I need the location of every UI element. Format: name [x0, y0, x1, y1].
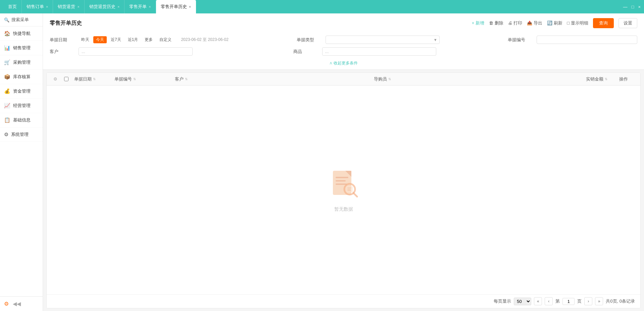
setting-button[interactable]: 设置	[618, 18, 637, 28]
tab-retail-open-history-close[interactable]: ×	[189, 5, 191, 9]
tab-sales-return[interactable]: 销货退货 ×	[53, 0, 84, 13]
money-icon: 💰	[4, 88, 10, 94]
tab-retail-open-label: 零售开单	[129, 4, 147, 10]
tab-retail-open[interactable]: 零售开单 ×	[125, 0, 156, 13]
per-page-select[interactable]: 50 10 20 100	[514, 298, 531, 305]
th-guide-label: 导购员	[374, 76, 387, 82]
empty-state: 暂无数据	[47, 86, 640, 294]
table-select-all-checkbox[interactable]	[61, 77, 71, 81]
sidebar-item-operations[interactable]: 📈 经营管理	[0, 99, 43, 113]
th-guide[interactable]: 导购员 ⇅	[371, 76, 411, 82]
window-maximize[interactable]: □	[632, 4, 634, 9]
th-action: 操作	[610, 76, 637, 82]
per-page-label: 每页显示	[494, 298, 511, 304]
sidebar-item-system[interactable]: ⚙ 系统管理	[0, 127, 43, 142]
tab-sales-return-history[interactable]: 销货退货历史 ×	[85, 0, 125, 13]
new-button[interactable]: + 新增	[472, 20, 484, 26]
select-all-input[interactable]	[64, 77, 68, 81]
prev-page-btn[interactable]: ‹	[545, 297, 553, 305]
first-page-btn[interactable]: «	[534, 297, 542, 305]
sidebar-search[interactable]: 🔍 搜索采单	[0, 13, 43, 27]
filter-row-customer: 客户 ... 商品 ...	[50, 47, 637, 56]
last-page-btn[interactable]: »	[595, 297, 603, 305]
main-layout: 🔍 搜索采单 🏠 快捷导航 📊 销售管理 🛒 采购管理 📦 库存核算 💰 资金管…	[0, 13, 644, 311]
tab-sales-order[interactable]: 销售订单 ×	[22, 0, 53, 13]
print-button[interactable]: 🖨 打印	[508, 20, 523, 26]
empty-illustration	[327, 167, 360, 201]
next-page-btn[interactable]: ›	[584, 297, 592, 305]
tab-home-label: 首页	[8, 4, 17, 10]
delete-button[interactable]: 🗑 删除	[489, 20, 503, 26]
tab-retail-open-close[interactable]: ×	[149, 5, 151, 9]
page-title-row: 零售开单历史 + 新增 🗑 删除 🖨 打印 📤 导出 🔄 刷新 □ 显示明细 查…	[50, 18, 637, 28]
customer-placeholder: ...	[82, 49, 85, 54]
sidebar-item-basic-info[interactable]: 📋 基础信息	[0, 113, 43, 127]
sidebar-collapse-icon[interactable]: ◀◀	[13, 301, 21, 307]
sidebar-item-sales-mgmt[interactable]: 📊 销售管理	[0, 41, 43, 55]
th-customer[interactable]: 客户 ⇅	[172, 76, 371, 82]
sidebar: 🔍 搜索采单 🏠 快捷导航 📊 销售管理 🛒 采购管理 📦 库存核算 💰 资金管…	[0, 13, 43, 311]
date-btn-yesterday[interactable]: 昨天	[79, 36, 92, 43]
sidebar-item-quick-nav[interactable]: 🏠 快捷导航	[0, 27, 43, 41]
th-customer-label: 客户	[175, 76, 184, 82]
page-number-input[interactable]	[562, 298, 575, 305]
doc-no-input[interactable]	[537, 36, 637, 44]
th-docno[interactable]: 单据编号 ⇅	[112, 76, 172, 82]
sidebar-item-inventory[interactable]: 📦 库存核算	[0, 70, 43, 84]
tab-sales-return-history-label: 销货退货历史	[89, 4, 115, 10]
cart-icon: 🛒	[4, 59, 10, 65]
tab-sales-return-history-close[interactable]: ×	[117, 5, 119, 9]
box-icon: 📦	[4, 74, 10, 80]
window-close[interactable]: ×	[638, 4, 641, 9]
collapse-filter-btn[interactable]: ∧ 收起更多条件	[50, 59, 637, 69]
window-minimize[interactable]: —	[623, 4, 628, 9]
sidebar-item-purchase-mgmt[interactable]: 🛒 采购管理	[0, 55, 43, 70]
date-filter-label: 单据日期	[50, 37, 73, 43]
collapse-filter-label: ∧ 收起更多条件	[329, 60, 358, 66]
gear-icon: ⚙	[4, 132, 8, 138]
date-btn-7days[interactable]: 近7天	[108, 36, 124, 43]
export-button[interactable]: 📤 导出	[527, 20, 542, 26]
sidebar-item-finance[interactable]: 💰 资金管理	[0, 84, 43, 99]
th-date-label: 单据日期	[74, 76, 92, 82]
filter-row-date: 单据日期 昨天 今天 近7天 近1月 更多 自定义 2023-06-02 至 2…	[50, 36, 637, 44]
tab-home[interactable]: 首页	[3, 0, 22, 13]
table-settings-icon[interactable]: ⚙	[50, 76, 61, 82]
th-action-label: 操作	[619, 76, 628, 82]
svg-rect-10	[347, 190, 351, 191]
date-range-display: 2023-06-02 至 2023-06-02	[181, 37, 228, 43]
search-icon: 🔍	[4, 17, 9, 22]
page-title: 零售开单历史	[50, 20, 82, 27]
goods-select[interactable]: ...	[322, 47, 436, 56]
tab-retail-open-history[interactable]: 零售开单历史 ×	[156, 0, 196, 13]
sidebar-item-inventory-label: 库存核算	[13, 74, 31, 80]
display-button[interactable]: □ 显示明细	[567, 20, 588, 26]
toolbar: + 新增 🗑 删除 🖨 打印 📤 导出 🔄 刷新 □ 显示明细 查询 设置	[472, 18, 637, 28]
sidebar-bottom: ⚙ ◀◀	[0, 296, 43, 311]
page-total: 共0页, 0条记录	[606, 298, 635, 304]
page-label-pre: 第	[555, 298, 560, 304]
tab-sales-order-close[interactable]: ×	[46, 5, 48, 9]
date-btn-1month[interactable]: 近1月	[125, 36, 141, 43]
th-date-sort-icon: ⇅	[93, 77, 96, 81]
query-button[interactable]: 查询	[593, 18, 614, 28]
th-date[interactable]: 单据日期 ⇅	[71, 76, 112, 82]
doc-type-select[interactable]: ▾	[326, 36, 440, 44]
empty-text: 暂无数据	[334, 206, 353, 212]
ops-icon: 📈	[4, 103, 10, 109]
customer-select[interactable]: ...	[79, 47, 193, 56]
sidebar-item-system-label: 系统管理	[11, 132, 29, 138]
sidebar-settings-icon[interactable]: ⚙	[4, 301, 9, 307]
table-header: ⚙ 单据日期 ⇅ 单据编号 ⇅ 客户 ⇅ 导购员 ⇅	[47, 73, 640, 86]
sidebar-item-basic-info-label: 基础信息	[13, 117, 31, 123]
date-btn-more[interactable]: 更多	[142, 36, 155, 43]
th-amount[interactable]: 实销金额 ⇅	[411, 76, 610, 82]
pagination: 每页显示 50 10 20 100 « ‹ 第 页 › » 共0页, 0条记录	[47, 294, 640, 308]
svg-rect-8	[347, 188, 351, 188]
date-btn-today[interactable]: 今天	[93, 36, 107, 43]
tab-sales-return-close[interactable]: ×	[77, 5, 79, 9]
date-btn-custom[interactable]: 自定义	[157, 36, 174, 43]
sidebar-item-operations-label: 经营管理	[13, 103, 31, 109]
refresh-button[interactable]: 🔄 刷新	[547, 20, 562, 26]
svg-rect-9	[347, 189, 351, 190]
